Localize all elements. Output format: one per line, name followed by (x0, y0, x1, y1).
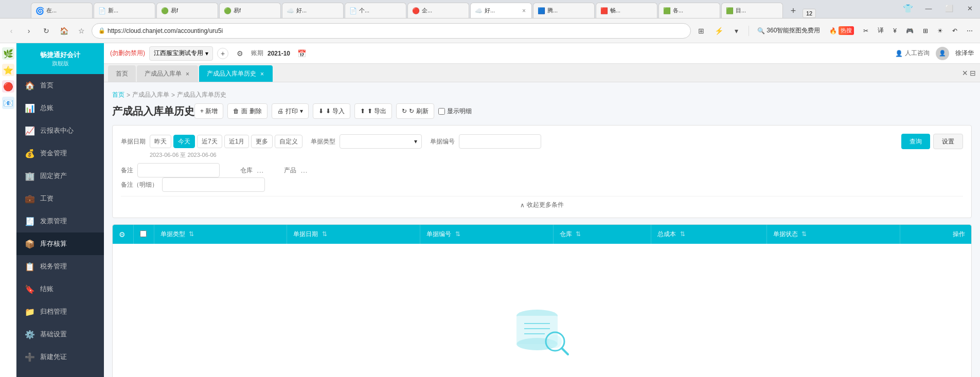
date-btn-7days[interactable]: 近7天 (197, 135, 222, 148)
sidebar-item-fund[interactable]: 💰 资金管理 (16, 142, 104, 165)
home-button[interactable]: 🏠 (57, 24, 71, 38)
page-tab-product-inbound-close[interactable]: × (185, 70, 190, 78)
th-doc-status[interactable]: 单据状态 ⇅ (767, 225, 900, 244)
extensions-button[interactable]: ⊞ (694, 24, 708, 38)
scissors-btn[interactable]: ✂ (860, 24, 871, 38)
tab-8[interactable]: ☁️ 好... × (470, 3, 532, 18)
minimize-button[interactable]: — (918, 1, 939, 16)
page-tab-home[interactable]: 首页 (108, 65, 136, 82)
th-doc-no[interactable]: 单据编号 ⇅ (420, 225, 554, 244)
tab-6[interactable]: 📄 个... (345, 3, 406, 18)
date-btn-custom[interactable]: 自定义 (275, 135, 302, 148)
browser-ext-4[interactable]: 📧 (2, 97, 14, 109)
yuan-btn[interactable]: ¥ (890, 24, 900, 38)
tab-3[interactable]: 🟢 易f (156, 3, 218, 18)
tab-10[interactable]: 🟥 畅... (596, 3, 657, 18)
game-btn[interactable]: 🎮 (903, 24, 917, 38)
refresh-button[interactable]: ↻ (39, 24, 54, 38)
remark-input[interactable] (137, 163, 220, 177)
close-panel-icon[interactable]: × (962, 67, 968, 78)
delete-button[interactable]: 🗑 面 删除 (227, 103, 267, 119)
sidebar-item-ledger[interactable]: 📊 总账 (16, 97, 104, 119)
sidebar-item-cloud-report[interactable]: 📈 云报表中心 (16, 119, 104, 142)
query-button[interactable]: 查询 (901, 134, 930, 149)
show-detail-input[interactable] (438, 108, 445, 115)
th-doc-type[interactable]: 单据类型 ⇅ (154, 225, 287, 244)
tab-4[interactable]: 🟢 易f (219, 3, 281, 18)
sidebar-item-home[interactable]: 🏠 首页 (16, 74, 104, 97)
page-tab-product-inbound[interactable]: 产成品入库单 × (137, 65, 198, 82)
date-btn-yesterday[interactable]: 昨天 (150, 135, 171, 148)
user-service-btn[interactable]: 👤 人工咨询 (895, 49, 930, 58)
sidebar-item-new-voucher[interactable]: ➕ 新建凭证 (16, 346, 104, 368)
forward-button[interactable]: › (22, 24, 36, 38)
bookmark-button[interactable]: ☆ (74, 24, 88, 38)
refresh-button[interactable]: ↻ ↻ 刷新 (396, 103, 434, 119)
close-button[interactable]: ✕ (959, 1, 980, 16)
date-btn-1month[interactable]: 近1月 (224, 135, 250, 148)
select-all-checkbox[interactable] (140, 230, 147, 237)
show-detail-checkbox[interactable]: 显示明细 (438, 107, 472, 116)
grid-btn[interactable]: ⊞ (920, 24, 931, 38)
settings-button[interactable]: 设置 (933, 134, 963, 149)
sidebar-item-fixed-asset[interactable]: 🏢 固定资产 (16, 165, 104, 187)
tab-12[interactable]: 🟩 目... (721, 3, 783, 18)
address-input[interactable]: 🔒 https://cloud.chanjet.com/accounting/u… (92, 23, 691, 39)
tab-7[interactable]: 🔴 企... (407, 3, 469, 18)
browser-ext-3[interactable]: 🔴 (2, 80, 14, 93)
collapse-panel-icon[interactable]: ⊟ (970, 69, 976, 77)
tab-9[interactable]: 🟦 腾... (533, 3, 595, 18)
history-btn[interactable]: ↶ (949, 24, 960, 38)
export-button[interactable]: ⬆ ⬆ 导出 (354, 103, 392, 119)
import-button[interactable]: ⬇ ⬇ 导入 (313, 103, 350, 119)
tab-1[interactable]: 🌀 在... (31, 3, 93, 18)
filter-area: 单据日期 昨天 今天 近7天 近1月 更多 自定义 单据类型 (112, 125, 972, 218)
browser-ext-1[interactable]: 🌿 (2, 47, 14, 60)
translate-btn[interactable]: 译 (875, 24, 887, 38)
tab-8-close[interactable]: × (521, 7, 527, 15)
tab-11[interactable]: 🟩 各... (658, 3, 720, 18)
browser-ext-2[interactable]: ⭐ (2, 64, 14, 76)
sidebar-item-settlement[interactable]: 🔖 结账 (16, 278, 104, 300)
page-tab-history[interactable]: 产成品入库单历史 × (199, 65, 273, 82)
doc-no-input[interactable] (459, 134, 541, 149)
th-settings[interactable]: ⚙ (113, 225, 133, 244)
sidebar-item-invoice[interactable]: 🧾 发票管理 (16, 210, 104, 232)
calendar-icon[interactable]: 📅 (294, 46, 309, 61)
sidebar-item-basic[interactable]: ⚙️ 基础设置 (16, 323, 104, 346)
remark-detail-input[interactable] (162, 177, 265, 192)
search-toolbar[interactable]: 🔍 360智能抠图免费用 (754, 24, 823, 38)
chevron-down-button[interactable]: ▾ (729, 24, 743, 38)
maximize-button[interactable]: ⬜ (939, 1, 959, 16)
new-button[interactable]: + 新增 (194, 103, 223, 119)
date-btn-more[interactable]: 更多 (251, 135, 273, 148)
print-button[interactable]: 🖨 打印 ▾ (272, 103, 309, 119)
settings-btn[interactable]: ⋯ (964, 24, 976, 38)
theme-btn[interactable]: ☀ (934, 24, 946, 38)
page-tab-history-close[interactable]: × (259, 70, 265, 78)
add-company-button[interactable]: + (217, 48, 228, 59)
collapse-button[interactable]: ∧ 收起更多条件 (121, 196, 963, 209)
back-button[interactable]: ‹ (4, 24, 19, 38)
breadcrumb-home[interactable]: 首页 (112, 91, 124, 99)
company-select[interactable]: 江西服宝测试专用 ▾ (149, 46, 213, 61)
sidebar-item-inventory[interactable]: 📦 库存核算 (16, 232, 104, 255)
sidebar-item-archive[interactable]: 📁 归档管理 (16, 300, 104, 323)
tab-5[interactable]: ☁️ 好... (282, 3, 344, 18)
th-total-cost[interactable]: 总成本 ⇅ (651, 225, 767, 244)
th-warehouse[interactable]: 仓库 ⇅ (554, 225, 651, 244)
company-settings-button[interactable]: ⚙ (233, 46, 247, 61)
hot-search-btn[interactable]: 🔥 热搜 (826, 24, 857, 38)
date-btn-today[interactable]: 今天 (173, 135, 195, 148)
tab-2[interactable]: 📄 新... (94, 3, 155, 18)
sidebar-item-payroll[interactable]: 💼 工资 (16, 187, 104, 210)
doc-type-select[interactable]: ▾ (340, 134, 422, 149)
th-doc-date[interactable]: 单据日期 ⇅ (287, 225, 420, 244)
shirt-icon-btn[interactable]: 👕 (898, 1, 918, 16)
new-tab-button[interactable]: + (786, 4, 800, 18)
th-checkbox[interactable] (133, 225, 154, 244)
sidebar-item-tax[interactable]: 📋 税务管理 (16, 255, 104, 278)
lightning-button[interactable]: ⚡ (711, 24, 726, 38)
app-logo: 畅捷通好会计 旗舰版 (16, 43, 104, 74)
date-label: 单据日期 (121, 137, 146, 146)
